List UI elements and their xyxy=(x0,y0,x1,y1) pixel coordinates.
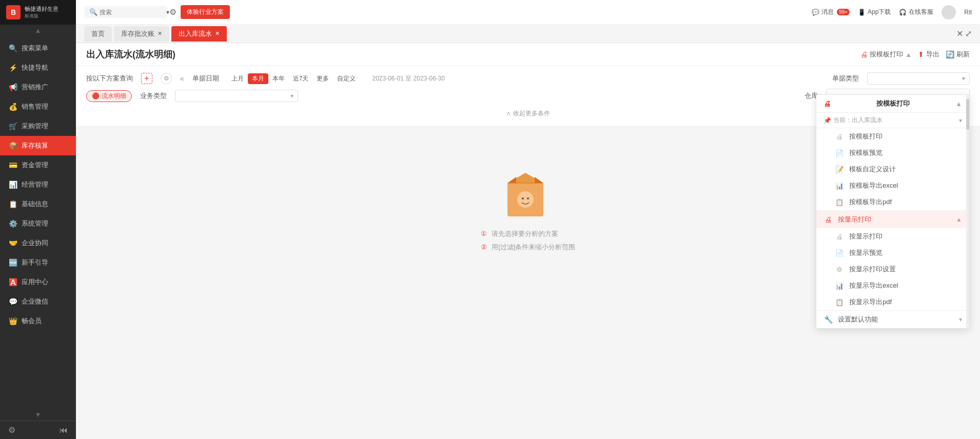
filter-setting-btn[interactable]: ⚙ xyxy=(161,73,172,84)
sidebar-item-purchase[interactable]: 🛒 采购管理 xyxy=(0,116,76,136)
display-settings-label: 按显示打印设置 xyxy=(849,265,896,274)
print-dropdown-panel: 🖨 按模板打印 ▲ 📌 当前：出入库流水 ▾ 🖨 按模板打印 📄 按模板预览 xyxy=(816,94,970,329)
sidebar-item-finance[interactable]: 💳 资金管理 xyxy=(0,155,76,175)
dropdown-template-export-excel[interactable]: 📊 按模板导出excel xyxy=(816,177,969,194)
top-header: 🔍 ▾ ⚙ 体验行业方案 💬 消息 99+ 📱 App下载 🎧 在线客服 Rit xyxy=(76,0,980,25)
date-prev-month[interactable]: 上月 xyxy=(227,73,248,84)
date-current-month[interactable]: 本月 xyxy=(248,73,268,84)
search-icon: 🔍 xyxy=(8,44,17,52)
dropdown-display-settings[interactable]: ⚙ 按显示打印设置 xyxy=(816,261,969,277)
dropdown-template-print[interactable]: 🖨 按模板打印 xyxy=(816,128,969,145)
sidebar: B 畅捷通好生意 标准版 ▲ 🔍 搜索菜单 ⚡ 快捷导航 📢 营销推广 💰 销售… xyxy=(0,0,76,439)
dropdown-header-collapse-btn[interactable]: ▲ xyxy=(955,100,962,108)
filter-add-btn[interactable]: + xyxy=(141,73,152,84)
dropdown-display-print[interactable]: 🖨 按显示打印 xyxy=(816,228,969,245)
dropdown-template-custom[interactable]: 📝 模板自定义设计 xyxy=(816,161,969,177)
display-section-arrow: ▲ xyxy=(956,216,962,223)
sidebar-item-cooperation[interactable]: 🤝 企业协同 xyxy=(0,233,76,253)
sidebar-item-search[interactable]: 🔍 搜索菜单 xyxy=(0,38,76,58)
message-icon: 💬 xyxy=(812,9,819,16)
page-toolbar: 🖨 按模板打印 ▲ ⬆ 导出 🔄 刷新 xyxy=(860,50,970,59)
sidebar-label-marketing: 营销推广 xyxy=(22,83,48,92)
tab-batch-close[interactable]: ✕ xyxy=(158,30,162,37)
sidebar-label-sales: 销售管理 xyxy=(22,102,48,111)
filter-row-1: 按以下方案查询 + ⚙ « 单据日期 上月 本月 本年 近7天 更多 自定义 2… xyxy=(86,72,970,85)
date-label: 单据日期 xyxy=(192,74,219,83)
new-icon: 🆕 xyxy=(8,258,17,267)
sidebar-item-wechat[interactable]: 💬 企业微信 xyxy=(0,292,76,311)
industry-solution-btn[interactable]: 体验行业方案 xyxy=(181,5,230,19)
business-type-select[interactable]: ▾ xyxy=(175,90,298,102)
scrollbar-thumb xyxy=(966,99,969,130)
sidebar-item-appcenter[interactable]: 🅰️ 应用中心 xyxy=(0,272,76,292)
sidebar-scroll-down[interactable]: ▼ xyxy=(0,409,76,421)
user-avatar[interactable] xyxy=(942,5,956,19)
sidebar-item-member[interactable]: 👑 畅会员 xyxy=(0,311,76,331)
tab-home[interactable]: 首页 xyxy=(84,26,112,42)
refresh-icon: 🔄 xyxy=(946,50,954,58)
tabs-close-all-btn[interactable]: ✕ xyxy=(956,29,963,38)
page-title: 出入库流水(流水明细) xyxy=(86,48,175,61)
phone-icon: 📱 xyxy=(858,9,866,16)
tab-batch[interactable]: 库存批次账 ✕ xyxy=(114,26,169,42)
online-service-btn[interactable]: 🎧 在线客服 xyxy=(899,8,933,16)
type-select[interactable]: ▾ xyxy=(867,72,970,85)
messages-btn[interactable]: 💬 消息 99+ xyxy=(812,8,850,16)
settings-icon[interactable]: ⚙ xyxy=(8,425,15,435)
print-dropdown-arrow: ▲ xyxy=(905,51,912,58)
export-label: 导出 xyxy=(926,50,939,59)
current-expand-arrow[interactable]: ▾ xyxy=(959,117,962,124)
sidebar-collapse-icon[interactable]: ⏮ xyxy=(60,426,68,435)
sidebar-label-basics: 基础信息 xyxy=(22,199,48,209)
date-recent-7[interactable]: 近7天 xyxy=(289,73,313,84)
refresh-btn[interactable]: 🔄 刷新 xyxy=(946,50,970,59)
sidebar-scroll-up[interactable]: ▲ xyxy=(0,25,76,36)
dropdown-display-export-excel[interactable]: 📊 按显示导出excel xyxy=(816,277,969,294)
empty-steps: ① 请先选择要分析的方案 ② 用[过滤]条件来缩小分析范围 xyxy=(481,227,576,254)
empty-svg xyxy=(502,168,554,224)
sidebar-item-marketing[interactable]: 📢 营销推广 xyxy=(0,77,76,97)
display-printer-icon: 🖨 xyxy=(835,233,844,241)
tab-flow-close[interactable]: ✕ xyxy=(215,30,220,37)
print-template-btn[interactable]: 🖨 按模板打印 ▲ xyxy=(860,50,912,59)
collapse-more-btn[interactable]: ∧ 收起更多条件 xyxy=(506,109,550,118)
current-text: 当前：出入库流水 xyxy=(833,116,883,125)
sidebar-label-finance: 资金管理 xyxy=(22,161,48,170)
dropdown-template-preview[interactable]: 📄 按模板预览 xyxy=(816,145,969,161)
search-input[interactable] xyxy=(100,9,161,16)
date-this-year[interactable]: 本年 xyxy=(268,73,289,84)
date-more[interactable]: 更多 xyxy=(312,73,333,84)
filter-collapse-btn[interactable]: « xyxy=(180,74,184,83)
sidebar-item-quick-nav[interactable]: ⚡ 快捷导航 xyxy=(0,58,76,77)
sidebar-item-operations[interactable]: 📊 经营管理 xyxy=(0,175,76,194)
design-icon: 📝 xyxy=(835,166,844,173)
type-select-arrow: ▾ xyxy=(962,75,965,82)
dropdown-display-print-header[interactable]: 🖨 按显示打印 ▲ xyxy=(816,211,969,228)
tab-flow[interactable]: 出入库流水 ✕ xyxy=(171,26,227,42)
logo-area: B 畅捷通好生意 标准版 xyxy=(0,0,76,25)
date-custom[interactable]: 自定义 xyxy=(333,73,360,84)
export-btn[interactable]: ⬆ 导出 xyxy=(918,50,939,59)
tabs-expand-btn[interactable]: ⤢ xyxy=(965,29,972,38)
header-gear-btn[interactable]: ⚙ xyxy=(169,7,177,17)
sidebar-item-sales[interactable]: 💰 销售管理 xyxy=(0,97,76,116)
sidebar-item-guide[interactable]: 🆕 新手引导 xyxy=(0,253,76,272)
sidebar-item-inventory[interactable]: 📦 库存核算 xyxy=(0,136,76,155)
app-download-btn[interactable]: 📱 App下载 xyxy=(858,8,891,16)
sidebar-label-inventory: 库存核算 xyxy=(22,141,48,150)
dropdown-display-preview[interactable]: 📄 按显示预览 xyxy=(816,245,969,261)
dropdown-scrollbar[interactable] xyxy=(966,95,969,328)
display-print-section-label: 按显示打印 xyxy=(838,215,871,224)
sidebar-label-system: 系统管理 xyxy=(22,219,48,228)
sidebar-nav: 🔍 搜索菜单 ⚡ 快捷导航 📢 营销推广 💰 销售管理 🛒 采购管理 📦 库存核… xyxy=(0,36,76,409)
dropdown-display-export-pdf[interactable]: 📋 按显示导出pdf xyxy=(816,294,969,310)
sidebar-label-cooperation: 企业协同 xyxy=(22,238,48,248)
sidebar-item-system[interactable]: ⚙️ 系统管理 xyxy=(0,214,76,233)
sidebar-item-basics[interactable]: 📋 基础信息 xyxy=(0,194,76,214)
type-label: 单据类型 xyxy=(832,74,859,83)
header-search-box[interactable]: 🔍 xyxy=(84,6,166,18)
printer-icon: 🖨 xyxy=(835,133,844,141)
printer-icon: 🖨 xyxy=(860,50,868,58)
dropdown-set-default[interactable]: 🔧 设置默认功能 ▾ xyxy=(816,311,969,328)
dropdown-template-export-pdf[interactable]: 📋 按模板导出pdf xyxy=(816,194,969,210)
